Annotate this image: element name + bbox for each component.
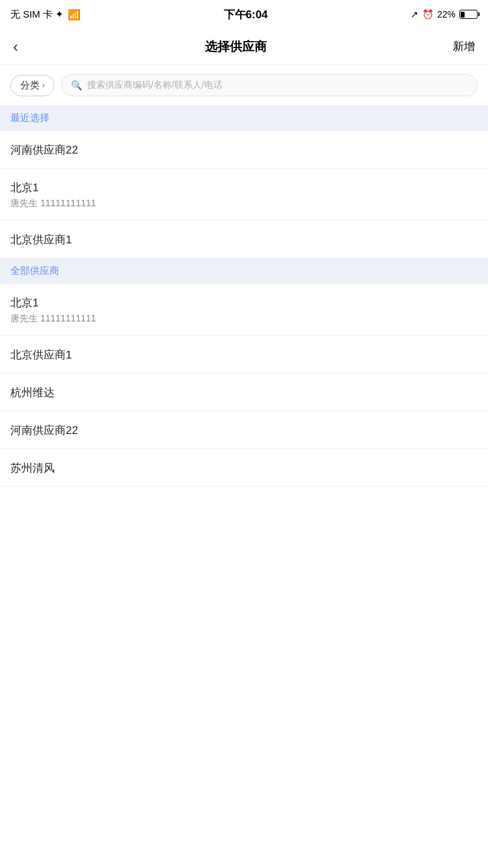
all-list-item[interactable]: 苏州清风	[0, 449, 488, 487]
supplier-sub: 唐先生 11111111111	[10, 313, 478, 325]
supplier-sub: 唐先生 11111111111	[10, 198, 478, 210]
no-sim-label: 无 SIM 卡 ✦	[10, 8, 64, 21]
supplier-name: 北京供应商1	[10, 232, 478, 247]
page-title: 选择供应商	[205, 38, 267, 55]
supplier-name: 河南供应商22	[10, 142, 478, 157]
recent-section-header: 最近选择	[0, 105, 488, 131]
recent-list: 河南供应商22 北京1 唐先生 11111111111 北京供应商1	[0, 131, 488, 258]
filter-bar: 分类 › 🔍 搜索供应商编码/名称/联系人/电话	[0, 65, 488, 105]
supplier-name: 北京1	[10, 295, 478, 310]
all-list-item[interactable]: 河南供应商22	[0, 411, 488, 449]
all-section-label: 全部供应商	[10, 265, 59, 276]
location-icon: ↗	[411, 9, 418, 20]
battery-percent: 22%	[437, 9, 455, 20]
battery-icon	[459, 10, 478, 19]
recent-list-item[interactable]: 北京供应商1	[0, 221, 488, 258]
chevron-right-icon: ›	[42, 81, 45, 90]
nav-bar: ‹ 选择供应商 新增	[0, 29, 488, 65]
category-label: 分类	[20, 79, 40, 92]
back-button[interactable]: ‹	[13, 39, 18, 55]
recent-list-item[interactable]: 北京1 唐先生 11111111111	[0, 169, 488, 221]
search-box[interactable]: 🔍 搜索供应商编码/名称/联系人/电话	[61, 74, 478, 96]
all-list-item[interactable]: 杭州维达	[0, 373, 488, 411]
category-filter-button[interactable]: 分类 ›	[10, 75, 55, 96]
add-button[interactable]: 新增	[453, 39, 475, 54]
all-list-item[interactable]: 北京供应商1	[0, 336, 488, 373]
status-time: 下午6:04	[224, 7, 268, 22]
recent-list-item[interactable]: 河南供应商22	[0, 131, 488, 169]
supplier-name: 北京1	[10, 180, 478, 195]
search-icon: 🔍	[71, 80, 82, 90]
supplier-name: 杭州维达	[10, 385, 478, 400]
supplier-name: 北京供应商1	[10, 347, 478, 362]
status-right: ↗ ⏰ 22%	[411, 9, 478, 20]
supplier-name: 苏州清风	[10, 461, 478, 476]
all-section-header: 全部供应商	[0, 258, 488, 284]
status-left: 无 SIM 卡 ✦ 📶	[10, 8, 81, 21]
search-placeholder: 搜索供应商编码/名称/联系人/电话	[87, 79, 223, 91]
all-supplier-list: 北京1 唐先生 11111111111 北京供应商1 杭州维达 河南供应商22 …	[0, 284, 488, 487]
all-list-item[interactable]: 北京1 唐先生 11111111111	[0, 284, 488, 336]
recent-section-label: 最近选择	[10, 112, 49, 123]
wifi-icon: 📶	[68, 8, 81, 21]
supplier-name: 河南供应商22	[10, 423, 478, 438]
status-bar: 无 SIM 卡 ✦ 📶 下午6:04 ↗ ⏰ 22%	[0, 0, 488, 29]
alarm-icon: ⏰	[422, 9, 433, 20]
